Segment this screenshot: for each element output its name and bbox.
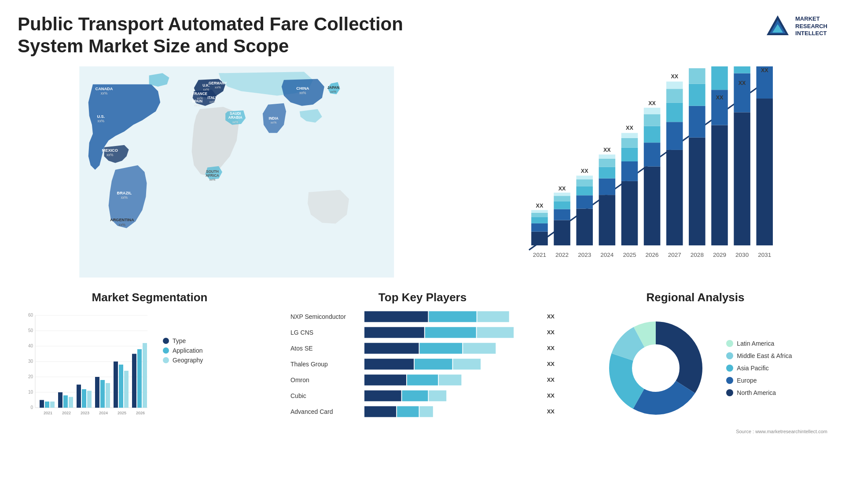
svg-text:U.S.: U.S.	[97, 114, 105, 119]
svg-text:2025: 2025	[623, 252, 636, 258]
svg-rect-146	[364, 311, 428, 322]
svg-text:xx%: xx%	[119, 223, 125, 226]
svg-rect-85	[711, 125, 728, 245]
key-players-section: Top Key Players NXP Semiconductor XX	[290, 291, 555, 434]
svg-rect-138	[114, 362, 118, 408]
svg-text:xx%: xx%	[101, 91, 107, 95]
svg-text:10: 10	[28, 390, 33, 394]
bar-chart-section: XX XX XX XX	[469, 66, 828, 278]
legend-asia-pacific: Asia Pacific	[726, 365, 792, 372]
player-bar-atos	[364, 343, 541, 354]
svg-rect-89	[734, 73, 750, 112]
svg-text:2021: 2021	[44, 411, 52, 415]
svg-rect-139	[119, 365, 123, 408]
svg-text:xx%: xx%	[194, 104, 200, 107]
svg-text:xx%: xx%	[232, 120, 239, 124]
svg-rect-57	[599, 178, 615, 195]
segmentation-title: Market Segmentation	[18, 291, 282, 304]
svg-text:SAUDI: SAUDI	[230, 112, 241, 116]
svg-text:XX: XX	[671, 73, 678, 80]
svg-text:2028: 2028	[690, 252, 703, 258]
svg-text:xx%: xx%	[299, 91, 306, 95]
legend-dot-application	[163, 347, 169, 354]
svg-rect-163	[429, 390, 446, 401]
svg-text:XX: XX	[536, 203, 543, 209]
legend-europe: Europe	[726, 377, 792, 384]
player-row-thales: Thales Group XX	[290, 358, 555, 370]
legend-type: Type	[163, 337, 203, 344]
svg-text:XX: XX	[603, 147, 610, 153]
svg-text:SPAIN: SPAIN	[192, 99, 202, 103]
svg-text:XX: XX	[693, 66, 701, 68]
svg-rect-124	[50, 402, 55, 408]
svg-rect-81	[689, 106, 705, 138]
svg-text:ARGENTINA: ARGENTINA	[110, 218, 134, 222]
svg-text:XX: XX	[738, 80, 746, 86]
svg-rect-132	[87, 391, 92, 408]
svg-text:2029: 2029	[713, 252, 726, 258]
player-name-omron: Omron	[290, 376, 361, 383]
regional-title: Regional Analysis	[563, 291, 827, 304]
svg-rect-60	[599, 154, 615, 158]
svg-rect-134	[95, 377, 99, 408]
svg-text:XX: XX	[626, 125, 633, 131]
legend-application: Application	[163, 347, 203, 354]
svg-rect-155	[364, 358, 414, 369]
svg-rect-127	[63, 395, 68, 408]
svg-text:xx%: xx%	[107, 153, 113, 157]
svg-rect-158	[364, 374, 406, 385]
svg-rect-140	[124, 371, 129, 408]
world-map-svg: CANADA xx% U.S. xx% MEXICO xx% BRAZIL xx…	[18, 66, 456, 278]
svg-text:2026: 2026	[136, 411, 145, 415]
svg-rect-47	[554, 196, 570, 201]
svg-text:xx%: xx%	[271, 121, 277, 124]
svg-text:2021: 2021	[533, 252, 546, 258]
svg-text:XX: XX	[760, 67, 768, 73]
svg-text:2023: 2023	[578, 252, 591, 258]
svg-rect-76	[666, 102, 683, 122]
dot-latin-america	[726, 340, 733, 347]
page-container: Public Transport Automated Fare Collecti…	[0, 0, 845, 504]
dot-mea	[726, 352, 733, 359]
player-xx-cubic: XX	[547, 392, 555, 399]
player-xx-thales: XX	[547, 361, 555, 367]
svg-rect-126	[58, 392, 62, 408]
svg-rect-160	[439, 374, 461, 385]
seg-legend: Type Application Geography	[163, 337, 203, 364]
svg-text:BRAZIL: BRAZIL	[117, 191, 132, 195]
svg-rect-128	[69, 397, 73, 408]
svg-rect-150	[425, 327, 476, 338]
legend-dot-type	[163, 338, 169, 344]
player-name-atos: Atos SE	[290, 345, 361, 352]
svg-rect-164	[364, 406, 396, 417]
svg-text:AFRICA: AFRICA	[206, 174, 219, 178]
player-name-thales: Thales Group	[290, 361, 361, 368]
svg-rect-75	[666, 122, 683, 150]
svg-rect-136	[106, 383, 110, 408]
svg-rect-87	[711, 66, 728, 90]
bottom-section: Market Segmentation 0 10 20	[18, 291, 827, 434]
player-xx-omron: XX	[547, 376, 555, 383]
svg-rect-153	[419, 343, 462, 354]
svg-text:2022: 2022	[62, 411, 71, 415]
player-bar-thales	[364, 358, 541, 370]
svg-text:60: 60	[28, 313, 33, 318]
svg-rect-40	[531, 217, 548, 223]
svg-rect-143	[137, 349, 142, 408]
pie-legend: Latin America Middle East & Africa Asia …	[726, 340, 792, 396]
regional-pie-svg	[599, 311, 713, 425]
svg-rect-166	[419, 406, 433, 417]
svg-rect-45	[554, 209, 570, 220]
svg-rect-52	[576, 186, 593, 195]
svg-rect-66	[621, 133, 638, 138]
svg-text:xx%: xx%	[121, 196, 128, 200]
svg-text:xx%: xx%	[209, 178, 216, 182]
main-title: Public Transport Automated Fare Collecti…	[18, 13, 414, 58]
player-xx-nxp: XX	[547, 313, 555, 320]
svg-rect-152	[364, 343, 419, 354]
svg-rect-50	[576, 208, 593, 245]
svg-rect-69	[643, 142, 660, 166]
svg-rect-142	[132, 354, 136, 408]
svg-text:CHINA: CHINA	[296, 86, 309, 91]
legend-north-america: North America	[726, 389, 792, 396]
